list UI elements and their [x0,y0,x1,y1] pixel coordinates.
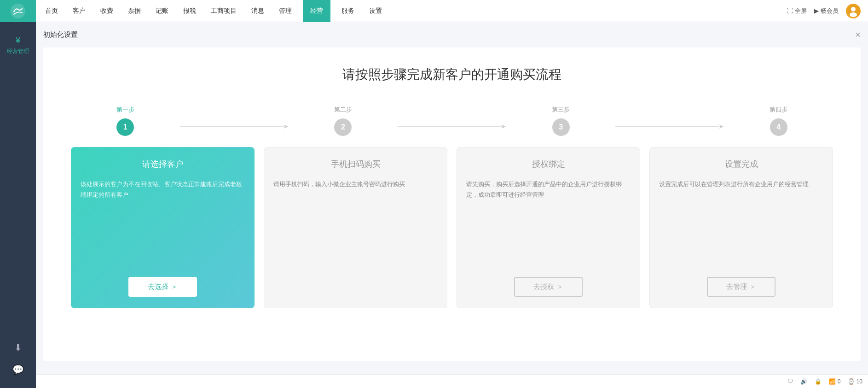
card-4-desc: 设置完成后可以在管理列表进行所有企业用户的经营管理 [659,179,823,268]
arrow-icon-2: ➤ [501,123,506,130]
step-2: 第二步 2 [289,106,398,136]
step-4-label: 第四步 [770,106,787,114]
step-4: 第四步 4 [724,106,833,136]
fullscreen-button[interactable]: ⛶ 全屏 [787,7,807,15]
step-1-label: 第一步 [116,106,134,114]
visual-steps: 第一步 1 ➤ 第二步 2 ➤ 第三步 3 [71,106,833,136]
card-1-title: 请选择客户 [81,159,245,170]
step-1-button[interactable]: 去选择 ＞ [128,277,197,297]
nav-items: 首页 客户 收费 票据 记账 报税 工商项目 消息 管理 经营 服务 设置 [43,0,787,22]
step-card-3: 授权绑定 请先购买，购买后选择开通的产品中的企业用户进行授权绑定，成功后即可进行… [457,147,640,308]
lock-icon: 🔒 [815,378,822,385]
status-bar-right: 🛡 🔊 🔒 📶 0 ⌚ 10 [787,378,862,385]
nav-right: ⛶ 全屏 ▶ 畅会员 [787,4,861,18]
sidebar-item-operation[interactable]: ¥ 经营管理 [0,29,36,61]
step-3: 第三步 3 [506,106,615,136]
arrow-icon-3: ➤ [718,123,724,130]
card-2-desc: 请用手机扫码，输入小微企业主账号密码进行购买 [273,179,438,297]
status-bar: ▶ 完成 🛡 🔊 🔒 📶 0 ⌚ 10 [0,374,868,388]
svg-point-0 [11,4,25,18]
vip-label: 畅会员 [821,7,839,15]
card-1-desc: 该处展示的客户为不在回收站、客户状态正常建账后完成老板端绑定的所有客户 [81,179,245,268]
nav-item-operation[interactable]: 经营 [303,0,330,22]
sidebar-item-download[interactable]: ⬇ [0,336,36,359]
step-connector-2: ➤ [398,112,507,130]
nav-item-customer[interactable]: 客户 [71,0,87,22]
nav-item-service[interactable]: 服务 [340,0,356,22]
time-status: ⌚ 10 [848,378,862,385]
avatar[interactable] [846,4,861,18]
step-card-1: 请选择客户 该处展示的客户为不在回收站、客户状态正常建账后完成老板端绑定的所有客… [71,147,255,308]
card-2-title: 手机扫码购买 [273,159,438,170]
cards-row: 请选择客户 该处展示的客户为不在回收站、客户状态正常建账后完成老板端绑定的所有客… [71,147,833,308]
step-card-2: 手机扫码购买 请用手机扫码，输入小微企业主账号密码进行购买 [264,147,447,308]
top-nav: 首页 客户 收费 票据 记账 报税 工商项目 消息 管理 经营 服务 设置 ⛶ … [36,0,868,22]
sidebar-item-chat[interactable]: 💬 [0,359,36,381]
yen-icon: ¥ [15,35,20,46]
shield-icon: 🛡 [787,378,793,385]
step-line-2 [398,126,502,127]
step-card-4: 设置完成 设置完成后可以在管理列表进行所有企业用户的经营管理 去管理 ＞ [649,147,833,308]
sidebar-item-label: 经营管理 [7,47,29,55]
step-2-num: 2 [334,118,352,136]
chat-icon: 💬 [12,364,24,375]
arrow-icon-1: ➤ [283,123,289,130]
main-content: 初始化设置 × 请按照步骤完成新客户的开通购买流程 第一步 1 ➤ 第二步 2 [36,22,868,374]
step-1: 第一步 1 [71,106,180,136]
step-line-1 [180,126,284,127]
content-area: 请按照步骤完成新客户的开通购买流程 第一步 1 ➤ 第二步 2 ➤ [43,47,861,361]
nav-item-fee[interactable]: 收费 [98,0,115,22]
svg-point-3 [850,12,857,17]
nav-item-business[interactable]: 工商项目 [209,0,238,22]
step-connector-1: ➤ [180,112,289,130]
step-4-button[interactable]: 去管理 ＞ [707,277,775,297]
nav-item-tax[interactable]: 报税 [181,0,198,22]
network-status: 📶 0 [829,378,840,385]
page-header: 初始化设置 × [43,29,861,40]
fullscreen-icon: ⛶ [787,7,793,14]
card-3-desc: 请先购买，购买后选择开通的产品中的企业用户进行授权绑定，成功后即可进行经营管理 [466,179,631,268]
step-line-3 [615,126,720,127]
step-3-num: 3 [552,118,570,136]
vip-icon: ▶ [814,7,819,14]
nav-item-settings[interactable]: 设置 [367,0,384,22]
sidebar-bottom: ⬇ 💬 [0,336,36,388]
main-title: 请按照步骤完成新客户的开通购买流程 [71,66,833,83]
close-button[interactable]: × [855,29,861,40]
nav-item-message[interactable]: 消息 [249,0,266,22]
card-4-title: 设置完成 [659,159,823,170]
svg-point-2 [851,7,856,12]
download-icon: ⬇ [14,342,22,353]
page-title: 初始化设置 [43,30,78,39]
nav-item-manage[interactable]: 管理 [277,0,294,22]
sidebar: ¥ 经营管理 ⬇ 💬 [0,22,36,388]
step-3-button[interactable]: 去授权 ＞ [514,277,582,297]
vip-button[interactable]: ▶ 畅会员 [814,7,839,15]
step-3-label: 第三步 [552,106,570,114]
logo [0,0,36,22]
step-connector-3: ➤ [615,112,724,130]
step-4-num: 4 [770,118,787,136]
step-2-label: 第二步 [334,106,352,114]
nav-item-home[interactable]: 首页 [43,0,60,22]
fullscreen-label: 全屏 [795,7,807,15]
nav-item-invoice[interactable]: 票据 [126,0,143,22]
step-1-num: 1 [116,118,134,136]
nav-item-accounting[interactable]: 记账 [154,0,170,22]
card-3-title: 授权绑定 [466,159,631,170]
volume-icon: 🔊 [800,378,807,385]
